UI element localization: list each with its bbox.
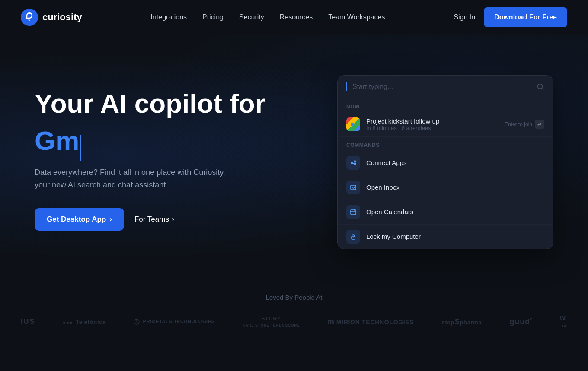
connect-apps-label: Connect Apps (366, 159, 544, 166)
get-app-button[interactable]: Get Desktop App › (35, 208, 124, 231)
nav-actions: Sign In Download For Free (454, 7, 567, 27)
airbus-logo: AIRBUS (21, 318, 49, 326)
svg-point-4 (351, 162, 353, 164)
nav-resources[interactable]: Resources (280, 13, 313, 21)
steppharma-logo: stepSpharma (428, 317, 496, 327)
sign-in-button[interactable]: Sign In (454, 13, 475, 21)
search-cursor (346, 82, 347, 91)
logo-text: curiosity (42, 12, 82, 23)
connect-apps-content: Connect Apps (366, 159, 544, 166)
meeting-title: Project kickstart follow up (366, 117, 499, 125)
meeting-subtitle: In 8 minutes · 6 attendees (366, 125, 499, 131)
svg-point-6 (354, 163, 356, 165)
hero-right: Start typing... Now Project kickstart fo… (265, 71, 553, 249)
download-button[interactable]: Download For Free (484, 7, 567, 27)
enter-icon: ↵ (535, 120, 544, 129)
section-commands-label: Commands (338, 137, 553, 151)
command-lock-computer[interactable]: Lock my Computer (338, 225, 553, 249)
search-icon (537, 83, 544, 91)
primetals-icon (134, 319, 140, 325)
logo-icon (21, 9, 38, 26)
companies-row: AIRBUS Telefónica PRIMETALS TECHNOLOGIES… (21, 315, 567, 329)
primetals-logo: PRIMETALS TECHNOLOGIES (120, 319, 229, 325)
wayra-logo: WwayraTelefónica (546, 315, 567, 329)
guud-asterisk-icon: * (530, 317, 532, 322)
hero-subtitle: Data everywhere? Find it all in one plac… (35, 166, 242, 191)
lock-computer-label: Lock my Computer (366, 233, 544, 240)
navbar: curiosity Integrations Pricing Security … (0, 0, 588, 35)
inbox-icon (346, 181, 360, 194)
calendar-icon (346, 205, 360, 219)
connect-apps-icon (346, 156, 360, 170)
storz-logo: STORZKARL STORZ · ENDOSCOPE (228, 316, 313, 328)
meeting-content: Project kickstart follow up In 8 minutes… (366, 117, 499, 131)
hero-title: Your AI copilot for (35, 89, 265, 118)
google-meet-icon (346, 117, 360, 131)
for-teams-button[interactable]: For Teams › (134, 215, 174, 224)
lock-computer-content: Lock my Computer (366, 233, 544, 240)
open-calendars-content: Open Calendars (366, 208, 544, 216)
companies-section: Loved By People At AIRBUS Telefónica PRI… (0, 276, 588, 342)
nav-team-workspaces[interactable]: Team Workspaces (328, 13, 385, 21)
svg-point-0 (21, 9, 38, 26)
search-bar[interactable]: Start typing... (338, 76, 553, 98)
hero-cta: Get Desktop App › For Teams › (35, 208, 265, 231)
meeting-action: Enter to join ↵ (505, 120, 544, 129)
open-inbox-content: Open Inbox (366, 184, 544, 191)
telefonica-logo: Telefónica (49, 319, 120, 325)
command-open-inbox[interactable]: Open Inbox (338, 175, 553, 200)
open-calendars-label: Open Calendars (366, 208, 544, 216)
hero-animated-word: Gm (35, 125, 79, 156)
logo-link[interactable]: curiosity (21, 9, 82, 26)
hero-section: Your AI copilot for Gm Data everywhere? … (0, 35, 588, 276)
hero-cursor (80, 135, 81, 161)
search-placeholder: Start typing... (352, 83, 531, 91)
svg-point-2 (538, 84, 543, 89)
meeting-row[interactable]: Project kickstart follow up In 8 minutes… (338, 112, 553, 137)
nav-links: Integrations Pricing Security Resources … (150, 13, 385, 21)
command-connect-apps[interactable]: Connect Apps (338, 151, 553, 175)
mirion-logo: mMIRION TECHNOLOGIES (313, 317, 428, 327)
hero-left: Your AI copilot for Gm Data everywhere? … (35, 89, 265, 231)
svg-rect-8 (351, 210, 356, 215)
telefonica-dots-icon (63, 322, 72, 324)
nav-integrations[interactable]: Integrations (150, 13, 187, 21)
companies-label: Loved By People At (21, 294, 567, 301)
guud-logo: guud* (495, 317, 546, 327)
command-open-calendars[interactable]: Open Calendars (338, 200, 553, 225)
open-inbox-label: Open Inbox (366, 184, 544, 191)
svg-point-5 (354, 161, 356, 162)
chevron-right-icon: › (109, 215, 112, 224)
search-widget: Start typing... Now Project kickstart fo… (337, 75, 553, 249)
hero-animated-line: Gm (35, 125, 265, 166)
nav-pricing[interactable]: Pricing (202, 13, 224, 21)
nav-security[interactable]: Security (239, 13, 264, 21)
section-now-label: Now (338, 98, 553, 112)
svg-point-10 (353, 237, 354, 238)
chevron-right-icon: › (172, 215, 174, 224)
lock-icon (346, 230, 360, 244)
enter-label: Enter to join (505, 121, 532, 127)
svg-point-1 (28, 12, 31, 14)
